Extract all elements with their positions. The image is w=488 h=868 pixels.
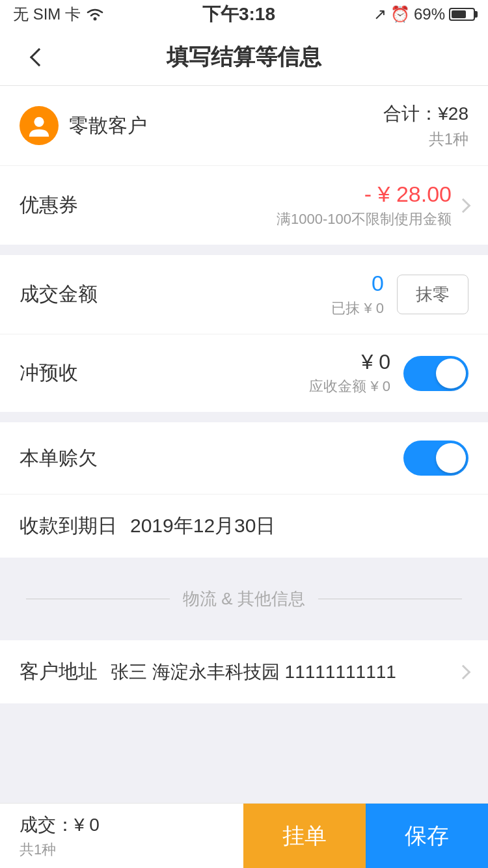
coupon-label: 优惠券 — [20, 192, 78, 219]
prepay-sub: 应收金额 ¥ 0 — [309, 377, 390, 396]
total-amount: 合计：¥28 — [383, 102, 468, 126]
customer-total: 合计：¥28 共1种 — [383, 102, 468, 150]
address-section: 客户地址 张三 海淀永丰科技园 11111111111 — [0, 640, 488, 703]
back-button[interactable] — [20, 38, 59, 77]
hold-button[interactable]: 挂单 — [243, 804, 366, 869]
prepay-row: 冲预收 ¥ 0 应收金额 ¥ 0 — [0, 334, 488, 412]
bottom-bar: 成交：¥ 0 共1种 挂单 保存 — [0, 803, 488, 868]
customer-row: 零散客户 合计：¥28 共1种 — [0, 86, 488, 165]
due-date-row: 收款到期日 2019年12月30日 — [0, 494, 488, 558]
bottom-spacer — [0, 714, 488, 792]
coupon-right: - ¥ 28.00 满1000-100不限制使用金额 — [277, 182, 468, 229]
address-label: 客户地址 — [20, 658, 98, 685]
deal-section: 成交金额 0 已抹 ¥ 0 抹零 冲预收 ¥ 0 应收金额 ¥ 0 — [0, 255, 488, 412]
status-bar: 无 SIM 卡 下午3:18 ↗ ⏰ 69% — [0, 0, 488, 29]
address-row[interactable]: 客户地址 张三 海淀永丰科技园 11111111111 — [0, 640, 488, 703]
total-count: 共1种 — [383, 129, 468, 150]
bottom-deal-amount: 成交：¥ 0 — [20, 813, 224, 837]
chevron-right-icon — [456, 198, 471, 213]
wifi-icon — [86, 8, 104, 21]
deal-amount-sub: 已抹 ¥ 0 — [331, 299, 384, 318]
deal-amount-value: 0 — [331, 271, 384, 296]
coupon-row[interactable]: 优惠券 - ¥ 28.00 满1000-100不限制使用金额 — [0, 165, 488, 245]
coupon-discount: - ¥ 28.00 — [277, 182, 452, 207]
customer-name: 零散客户 — [69, 113, 147, 139]
due-date-label: 收款到期日 — [20, 513, 117, 539]
customer-section: 零散客户 合计：¥28 共1种 优惠券 - ¥ 28.00 满1000-100不… — [0, 86, 488, 245]
address-chevron-icon — [456, 664, 471, 679]
prepay-label: 冲预收 — [20, 360, 78, 387]
svg-point-1 — [34, 117, 44, 127]
battery-percent: 69% — [414, 5, 445, 23]
round-button[interactable]: 抹零 — [397, 275, 468, 314]
back-arrow-icon — [30, 47, 48, 66]
deal-amount-right: 0 已抹 ¥ 0 抹零 — [331, 271, 468, 318]
status-right: ↗ ⏰ 69% — [373, 5, 475, 23]
credit-row: 本单赊欠 — [0, 422, 488, 494]
customer-avatar — [20, 106, 59, 145]
battery-icon — [449, 8, 475, 21]
divider-line-left — [26, 599, 170, 599]
toggle-knob — [436, 359, 466, 388]
status-left: 无 SIM 卡 — [13, 4, 104, 25]
prepay-right: ¥ 0 应收金额 ¥ 0 — [309, 350, 468, 396]
divider-line-right — [318, 599, 462, 599]
credit-label: 本单赊欠 — [20, 445, 98, 472]
page-title: 填写结算等信息 — [59, 42, 429, 72]
alarm-icon: ⏰ — [390, 5, 410, 23]
address-value: 张三 海淀永丰科技园 11111111111 — [111, 660, 458, 685]
bottom-deal-value: ¥ 0 — [74, 815, 100, 835]
logistics-label: 物流 & 其他信息 — [183, 588, 305, 610]
credit-toggle-knob — [436, 443, 466, 473]
prepay-amount: ¥ 0 — [309, 350, 390, 374]
save-button[interactable]: 保存 — [366, 804, 488, 869]
deal-amount-label: 成交金额 — [20, 281, 98, 308]
coupon-description: 满1000-100不限制使用金额 — [277, 210, 452, 229]
nav-bar: 填写结算等信息 — [0, 29, 488, 86]
prepay-toggle[interactable] — [403, 356, 468, 391]
credit-section: 本单赊欠 收款到期日 2019年12月30日 — [0, 422, 488, 558]
bottom-count: 共1种 — [20, 840, 224, 860]
logistics-divider: 物流 & 其他信息 — [0, 581, 488, 617]
credit-toggle[interactable] — [403, 441, 468, 476]
logistics-section: 物流 & 其他信息 — [0, 568, 488, 630]
customer-left: 零散客户 — [20, 106, 147, 145]
no-sim-text: 无 SIM 卡 — [13, 4, 81, 25]
due-date-value: 2019年12月30日 — [130, 513, 275, 539]
bottom-info: 成交：¥ 0 共1种 — [0, 813, 243, 860]
location-icon: ↗ — [373, 5, 386, 23]
bottom-deal-label: 成交： — [20, 815, 74, 835]
deal-amount-row: 成交金额 0 已抹 ¥ 0 抹零 — [0, 255, 488, 334]
svg-point-0 — [94, 18, 97, 21]
status-time: 下午3:18 — [202, 2, 275, 27]
user-icon — [27, 113, 51, 138]
